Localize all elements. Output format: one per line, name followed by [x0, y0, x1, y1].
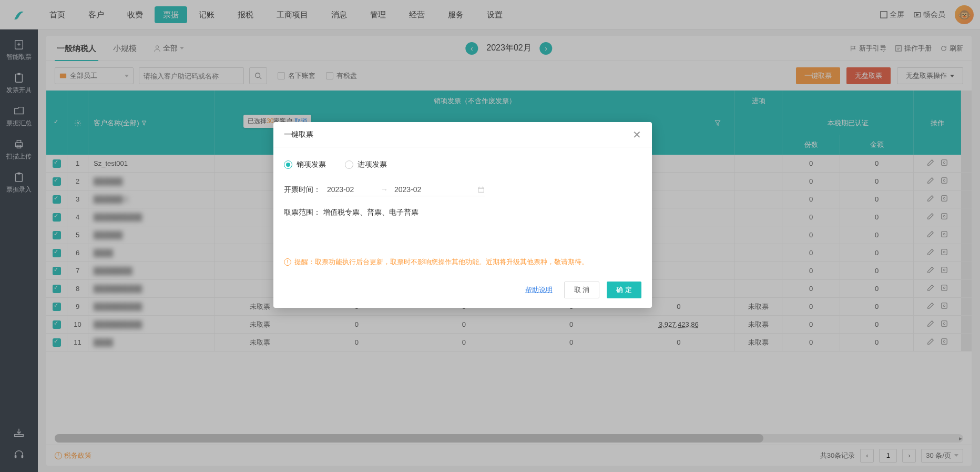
date-range-picker[interactable]: → [327, 183, 485, 196]
modal-close-button[interactable]: ✕ [632, 128, 641, 141]
date-range-row: 开票时间： → [284, 183, 641, 196]
calendar-icon [477, 186, 485, 193]
radio-input-invoice[interactable]: 进项发票 [345, 160, 387, 169]
scope-row: 取票范围： 增值税专票、普票、电子普票 [284, 208, 641, 217]
modal-footer: 帮助说明 取 消 确 定 [273, 276, 652, 308]
modal-body: 销项发票 进项发票 开票时间： → 取票范围： 增值税专票、普票、电子普票 ! … [273, 147, 652, 276]
modal-header: 一键取票 ✕ [273, 122, 652, 147]
modal-warning: ! 提醒：取票功能执行后台更新，取票时不影响您操作其他功能。近期将升级其他票种，… [284, 249, 641, 270]
warning-icon: ! [284, 258, 291, 266]
scope-value: 增值税专票、普票、电子普票 [323, 208, 418, 216]
radio-dot-icon [345, 160, 353, 169]
modal-ok-button[interactable]: 确 定 [607, 282, 641, 298]
radio-dot-icon [284, 160, 292, 169]
svg-rect-40 [478, 187, 484, 193]
date-from-input[interactable] [327, 185, 374, 194]
help-link[interactable]: 帮助说明 [525, 285, 553, 295]
date-to-input[interactable] [394, 185, 442, 194]
scope-label: 取票范围： [284, 208, 321, 216]
invoice-type-radios: 销项发票 进项发票 [284, 160, 641, 169]
arrow-right-icon: → [381, 185, 388, 194]
one-click-fetch-modal: 一键取票 ✕ 销项发票 进项发票 开票时间： → 取票范围： 增值税专票 [273, 122, 652, 308]
modal-title: 一键取票 [284, 130, 313, 139]
date-label: 开票时间： [284, 185, 321, 195]
modal-cancel-button[interactable]: 取 消 [564, 282, 600, 298]
radio-output-invoice[interactable]: 销项发票 [284, 160, 326, 169]
